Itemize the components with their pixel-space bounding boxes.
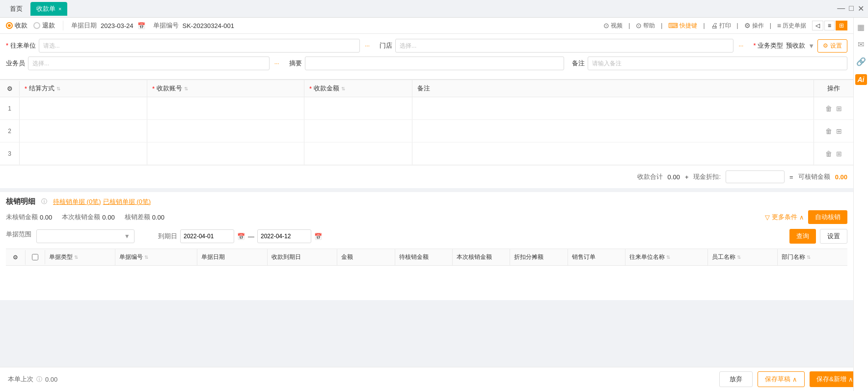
tab-home-label: 首页 [10,4,23,13]
td-row2-amount[interactable] [304,120,412,142]
due-label: 到期日 [158,232,177,241]
td-row1-account[interactable] [147,97,304,119]
action-video-label: 视频 [611,22,623,30]
dth-partner: 往来单位名称 ⇅ [625,249,708,265]
dth-duedate: 收款到期日 [268,249,338,265]
row3-copy-icon[interactable]: ⊞ [836,150,842,158]
table-header: ⚙ * 结算方式 ⇅ * 收款账号 ⇅ * 收款金额 ⇅ 备注 操作 [0,80,853,97]
action-history[interactable]: ≡ 历史单据 [777,22,806,30]
date-to-calendar-icon[interactable]: 📅 [314,233,322,240]
auto-verify-button[interactable]: 自动核销 [808,210,847,224]
range-dropdown[interactable]: ▼ [36,229,135,243]
more-conditions-btn[interactable]: ▽ 更多条件 ∧ [765,213,804,222]
tab-close-icon[interactable]: × [58,6,61,12]
row2-copy-icon[interactable]: ⊞ [836,127,842,135]
sidebar-attachment-icon[interactable]: 🔗 [856,57,866,66]
window-restore[interactable]: □ [849,4,854,13]
no-sort-icon[interactable]: ⇅ [144,254,148,260]
row3-delete-icon[interactable]: 🗑 [825,150,832,158]
window-close[interactable]: ✕ [858,4,864,13]
tab-done[interactable]: 已核销单据 (0笔) [103,197,151,206]
section-tabs: 待核销单据 (0笔) 已核销单据 (0笔) [53,197,151,206]
equals-sign: = [789,173,793,181]
summary-input[interactable] [305,56,565,70]
query-button[interactable]: 查询 [789,229,816,244]
discount-label: 现金折扣: [693,172,721,181]
partner-field: * 往来单位 ··· [6,39,372,53]
shortcut-icon: ⌨ [668,22,678,29]
business-type-value: 预收款 [786,41,805,50]
discount-input[interactable] [726,170,785,183]
type-sort-icon[interactable]: ⇅ [74,254,78,260]
td-row2-settle[interactable] [20,120,147,142]
radio-receive[interactable]: 收款 [6,21,27,30]
detail-settings-button[interactable]: 设置 [820,229,847,244]
td-row3-amount[interactable] [304,142,412,165]
action-operation[interactable]: ⚙ 操作 [744,22,764,30]
tab-home[interactable]: 首页 [4,2,28,16]
action-help-label: 帮助 [643,22,655,30]
action-print[interactable]: 🖨 打印 [711,22,731,30]
td-row3-settle[interactable] [20,142,147,165]
date-from-calendar-icon[interactable]: 📅 [237,233,245,240]
sidebar-table-icon[interactable]: ▦ [857,23,865,32]
view-btn-list[interactable]: ◁ [812,21,823,30]
doc-date-field: 单据日期 2023-03-24 📅 [71,21,145,30]
staff-sort-icon[interactable]: ⇅ [737,254,741,260]
settings-button[interactable]: ⚙ 设置 [817,39,847,53]
table-area: ⚙ * 结算方式 ⇅ * 收款账号 ⇅ * 收款金额 ⇅ 备注 操作 [0,80,853,188]
window-minimize[interactable]: — [837,4,845,13]
business-type-select[interactable]: 预收款 ▼ [786,41,814,50]
date-to-input[interactable] [257,229,311,243]
row2-delete-icon[interactable]: 🗑 [825,127,832,135]
td-row3-account[interactable] [147,142,304,165]
range-select-field: 单据范围 ▼ [6,229,153,243]
staff-more-icon[interactable]: ··· [272,60,281,67]
staff-input[interactable] [28,56,270,70]
dth-settings[interactable]: ⚙ [6,250,26,265]
td-row1-remark[interactable] [412,97,814,119]
th-remark: 备注 [412,80,814,97]
dth-pending: 待核销金额 [395,249,453,265]
partner-sort-icon[interactable]: ⇅ [666,254,670,260]
store-input[interactable] [395,39,733,53]
settle-sort-icon[interactable]: ⇅ [56,86,60,91]
action-help[interactable]: ⊙ 帮助 [636,22,655,30]
more-conditions-arrow: ∧ [799,214,804,221]
staff-label: 业务员 [6,59,25,68]
partner-input[interactable] [39,39,360,53]
doc-date-calendar-icon[interactable]: 📅 [137,22,145,29]
select-all-checkbox[interactable] [32,254,38,260]
sidebar-mail-icon[interactable]: ✉ [858,40,864,49]
tab-current[interactable]: 收款单 × [30,2,67,16]
row1-number: 1 [8,105,11,112]
store-more-icon[interactable]: ··· [736,42,745,49]
row1-copy-icon[interactable]: ⊞ [836,105,842,112]
th-ops: 操作 [814,80,853,97]
th-settings[interactable]: ⚙ [0,81,20,96]
partner-more-icon[interactable]: ··· [363,42,372,49]
row1-delete-icon[interactable]: 🗑 [825,105,832,112]
view-btn-card[interactable]: ⊞ [836,21,847,30]
doc-date-value[interactable]: 2023-03-24 [101,22,134,29]
action-video[interactable]: ⊙ 视频 [603,22,623,30]
td-row1-settle[interactable] [20,97,147,119]
td-row3-remark[interactable] [412,142,814,165]
view-btn-table[interactable]: ≡ [824,21,835,30]
business-type-arrow-icon[interactable]: ▼ [808,42,814,50]
td-row2-remark[interactable] [412,120,814,142]
td-row1-amount[interactable] [304,97,412,119]
note-input[interactable] [588,56,847,70]
total-label: 收款合计 [637,172,663,181]
tab-pending[interactable]: 待核销单据 (0笔) [53,197,101,206]
date-from-input[interactable] [180,229,234,243]
section-info-icon[interactable]: ⓘ [41,197,47,206]
account-sort-icon[interactable]: ⇅ [184,86,188,91]
td-row2-account[interactable] [147,120,304,142]
dept-sort-icon[interactable]: ⇅ [807,254,811,260]
action-shortcut[interactable]: ⌨ 快捷键 [668,22,697,30]
sidebar-ai-icon[interactable]: Ai [855,74,867,85]
amount-sort-icon[interactable]: ⇅ [341,86,345,91]
range-dropdown-arrow-icon: ▼ [124,233,130,240]
radio-refund[interactable]: 退款 [33,21,55,30]
